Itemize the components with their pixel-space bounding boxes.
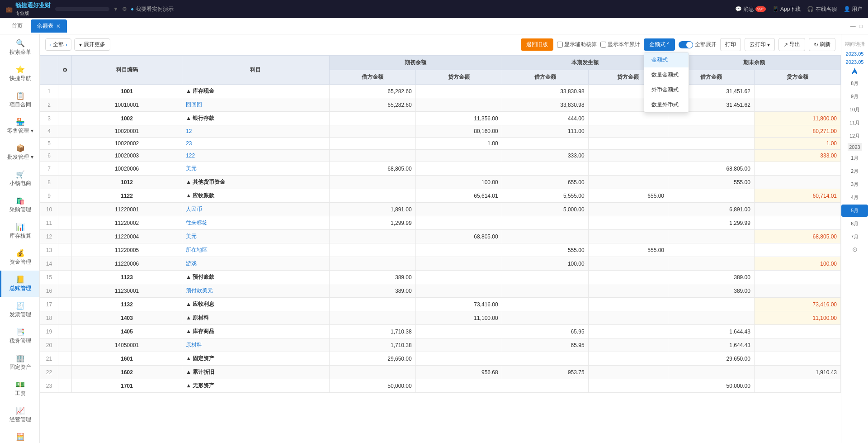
mode-jine[interactable]: 金额式 — [644, 52, 689, 67]
maximize-icon[interactable]: □ — [859, 23, 863, 29]
row-name-cell[interactable]: ▲ 库存现金 — [182, 85, 330, 98]
table-row[interactable]: 1311220005所在地区555.00555.00 — [40, 243, 841, 257]
print-btn[interactable]: 打印 — [720, 38, 741, 51]
row-name-cell[interactable]: 人民币 — [182, 203, 330, 216]
table-row[interactable]: 221602▲ 累计折旧956.68953.751,910.43 — [40, 366, 841, 379]
month-1[interactable]: 1月 — [841, 152, 868, 164]
row-name-cell[interactable]: ▲ 库存商品 — [182, 325, 330, 338]
row-name-cell[interactable]: 往来标签 — [182, 216, 330, 230]
month-4[interactable]: 4月 — [841, 191, 868, 204]
month-8[interactable]: 8月 — [841, 77, 868, 90]
row-name-cell[interactable]: ▲ 预付账款 — [182, 271, 330, 284]
sidebar-item-contract[interactable]: 📋 项目合同 — [0, 87, 39, 113]
expand-all-toggle[interactable]: 全部展开 — [679, 41, 717, 48]
month-11[interactable]: 11月 — [841, 117, 868, 129]
col-settings[interactable]: ⚙ — [58, 56, 72, 85]
table-row[interactable]: 1111220002往来标签1,299.991,299.99 — [40, 216, 841, 230]
table-row[interactable]: 210010001回回回65,282.6033,830.9831,451.62 — [40, 98, 841, 112]
table-row[interactable]: 171132▲ 应收利息73,416.0073,416.00 — [40, 298, 841, 311]
sidebar-item-ecommerce[interactable]: 🛒 小畅电商 — [0, 166, 39, 192]
table-row[interactable]: 1411220006游戏100.00100.00 — [40, 257, 841, 271]
table-row[interactable]: 710020006美元68,805.0068,805.00 — [40, 162, 841, 176]
row-name-cell[interactable]: ▲ 原材料 — [182, 311, 330, 325]
row-name-cell[interactable]: 美元 — [182, 230, 330, 243]
table-row[interactable]: 181403▲ 原材料11,100.0011,100.00 — [40, 311, 841, 325]
table-row[interactable]: 31002▲ 银行存款11,356.00444.0011,800.00 — [40, 112, 841, 125]
table-row[interactable]: 151123▲ 预付账款389.00389.00 — [40, 271, 841, 284]
sidebar-item-search[interactable]: 🔍 搜索菜单 — [0, 34, 39, 61]
table-row[interactable]: 4100200011280,160.00111.0080,271.00 — [40, 125, 841, 138]
show-assist-label[interactable]: 显示辅助核算 — [557, 41, 597, 48]
month-12[interactable]: 12月 — [841, 130, 868, 142]
sidebar-item-management[interactable]: 📈 经营管理 — [0, 402, 39, 428]
online-service-btn[interactable]: 🎧 在线客服 — [807, 5, 837, 13]
table-row[interactable]: 91122▲ 应收账款65,614.015,555.00655.0060,714… — [40, 189, 841, 203]
export-btn[interactable]: ↗ 导出 — [778, 38, 805, 51]
sidebar-item-salary[interactable]: 💵 工资 — [0, 376, 39, 402]
message-btn[interactable]: 💬 消息 99+ — [735, 5, 766, 13]
show-ytd-checkbox[interactable] — [600, 42, 606, 48]
right-arrow-icon[interactable]: › — [66, 42, 67, 48]
breadcrumb-btn[interactable]: ‹ 全部 › — [45, 38, 71, 51]
user-btn[interactable]: 👤 用户 — [844, 5, 863, 13]
app-download-btn[interactable]: 📱 App下载 — [772, 5, 801, 13]
sidebar-item-retail[interactable]: 🏪 零售管理 ▾ — [0, 113, 39, 139]
row-name-cell[interactable]: 回回回 — [182, 98, 330, 112]
sidebar-item-wholesale[interactable]: 📦 批发管理 ▾ — [0, 139, 39, 166]
row-name-cell[interactable]: ▲ 其他货币资金 — [182, 176, 330, 189]
top-search[interactable] — [55, 7, 109, 11]
table-row[interactable]: 510020002231.001.00 — [40, 138, 841, 150]
minimize-icon[interactable]: — — [850, 23, 856, 29]
row-name-cell[interactable]: 所在地区 — [182, 243, 330, 257]
sidebar-item-inventory[interactable]: 📊 库存核算 — [0, 218, 39, 244]
sidebar-item-ledger[interactable]: 📒 总账管理 — [0, 271, 39, 297]
table-row[interactable]: 1211220004美元68,805.0068,805.00 — [40, 230, 841, 243]
sidebar-item-nav[interactable]: ⭐ 快捷导航 — [0, 61, 39, 87]
month-2[interactable]: 2月 — [841, 165, 868, 177]
sidebar-item-assets[interactable]: 🏢 固定资产 — [0, 349, 39, 376]
table-row[interactable]: 81012▲ 其他货币资金100.00655.00555.00 — [40, 176, 841, 189]
row-name-cell[interactable]: 预付款美元 — [182, 284, 330, 298]
cloud-print-btn[interactable]: 云打印 ▾ — [745, 38, 775, 51]
row-name-cell[interactable]: ▲ 固定资产 — [182, 352, 330, 366]
row-name-cell[interactable]: 游戏 — [182, 257, 330, 271]
table-row[interactable]: 1611230001预付款美元389.00389.00 — [40, 284, 841, 298]
show-assist-checkbox[interactable] — [557, 42, 563, 48]
refresh-btn[interactable]: ↻ 刷新 — [809, 38, 835, 51]
mode-btn[interactable]: 金额式 ^ — [644, 38, 675, 51]
row-name-cell[interactable]: 12 — [182, 125, 330, 138]
table-row[interactable]: 2014050001原材料1,710.3865.951,644.43 — [40, 338, 841, 352]
close-tab-icon[interactable]: ✕ — [56, 23, 61, 29]
row-name-cell[interactable]: ▲ 无形资产 — [182, 379, 330, 393]
month-9[interactable]: 9月 — [841, 91, 868, 103]
mode-foreign-jine[interactable]: 外币金额式 — [644, 82, 689, 97]
sidebar-item-invoice[interactable]: 🧾 发票管理 — [0, 297, 39, 323]
row-name-cell[interactable]: 122 — [182, 150, 330, 162]
return-old-btn[interactable]: 退回旧版 — [521, 38, 553, 51]
month-7[interactable]: 7月 — [841, 231, 868, 243]
row-name-cell[interactable]: 美元 — [182, 162, 330, 176]
scroll-up-icon[interactable]: ⮝ — [850, 67, 859, 76]
table-row[interactable]: 191405▲ 库存商品1,710.3865.951,644.43 — [40, 325, 841, 338]
sidebar-item-tax[interactable]: 📑 税务管理 — [0, 323, 39, 349]
month-3[interactable]: 3月 — [841, 178, 868, 191]
row-name-cell[interactable]: ▲ 应收利息 — [182, 298, 330, 311]
table-row[interactable]: 11001▲ 库存现金65,282.6033,830.9831,451.62 — [40, 85, 841, 98]
row-name-cell[interactable]: 原材料 — [182, 338, 330, 352]
row-name-cell[interactable]: ▲ 累计折旧 — [182, 366, 330, 379]
sidebar-item-expense[interactable]: 🧮 小畅报销 — [0, 428, 39, 443]
row-name-cell[interactable]: ▲ 应收账款 — [182, 189, 330, 203]
table-row[interactable]: 211601▲ 固定资产29,650.0029,650.00 — [40, 352, 841, 366]
sidebar-item-purchase[interactable]: 🛍️ 采购管理 — [0, 192, 39, 218]
tab-balance[interactable]: 余额表 ✕ — [31, 19, 67, 33]
row-name-cell[interactable]: 23 — [182, 138, 330, 150]
mode-quantity-foreign[interactable]: 数量外币式 — [644, 97, 689, 112]
expand-more-btn[interactable]: ▾ 展开更多 — [74, 38, 110, 51]
collapse-panel-icon[interactable]: ⊙ — [850, 244, 859, 255]
sidebar-item-funds[interactable]: 💰 资金管理 — [0, 244, 39, 271]
tab-home[interactable]: 首页 — [5, 19, 29, 33]
row-name-cell[interactable]: ▲ 银行存款 — [182, 112, 330, 125]
show-ytd-label[interactable]: 显示本年累计 — [600, 41, 640, 48]
mode-quantity-jine[interactable]: 数量金额式 — [644, 67, 689, 82]
table-row[interactable]: 231701▲ 无形资产50,000.0050,000.00 — [40, 379, 841, 393]
